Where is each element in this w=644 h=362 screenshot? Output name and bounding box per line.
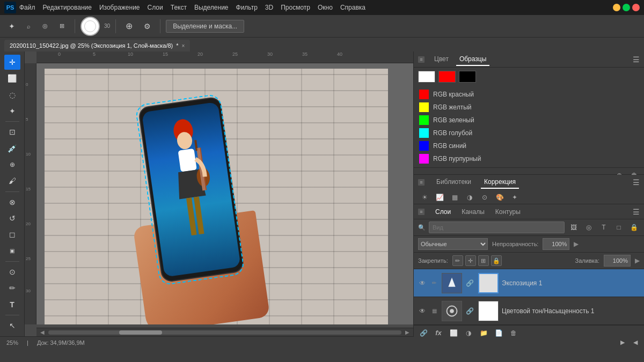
menu-help[interactable]: Справка [340,4,365,11]
swatch-red[interactable] [438,71,456,83]
panel-mid-collapse[interactable]: ≡ [418,179,425,186]
lock-all-btn[interactable]: 🔒 [491,255,502,266]
move-tool-btn[interactable]: ✦ [4,19,19,34]
layer-type-icon[interactable]: T [598,221,610,233]
move-tool[interactable]: ✛ [4,55,20,70]
layer-image-icon[interactable]: 🖼 [568,221,580,233]
scroll-thumb-h[interactable] [119,330,162,335]
tab-swatches[interactable]: Образцы [456,53,489,66]
eyedropper-tool[interactable]: 💉 [4,141,20,156]
history-brush[interactable]: ↺ [4,211,20,226]
scroll-right-arrow[interactable]: ▶ [404,329,411,336]
fx-icon[interactable]: fx [433,328,444,338]
layer-lock-icon[interactable]: 🔒 [628,221,640,233]
menu-layers[interactable]: Слои [148,4,163,11]
layer-search-input[interactable] [429,221,565,233]
heal-tool[interactable]: ⊕ [4,157,20,172]
tab-channels[interactable]: Каналы [459,206,487,218]
clone-tool[interactable]: ⊗ [4,195,20,210]
crop-tool-btn[interactable]: ⊞ [54,19,69,34]
lasso-tool[interactable]: ◌ [4,87,20,102]
pen-tool[interactable]: ✏ [4,280,20,295]
blend-mode-select[interactable]: Обычные [418,238,488,250]
link-layers-icon[interactable]: 🔗 [418,328,429,338]
lock-artboard-btn[interactable]: ⊞ [478,255,489,266]
panel-collapse-icon[interactable]: ≡ [418,56,425,63]
lasso-tool-btn[interactable]: ⌕ [21,19,36,34]
minimize-button[interactable]: ─ [613,4,620,11]
marquee-tool[interactable]: ⬜ [4,71,20,86]
maximize-button[interactable]: □ [623,4,630,11]
brightness-icon[interactable]: ☀ [419,192,430,203]
eraser-tool[interactable]: ◻ [4,227,20,242]
adjustment-layer-icon[interactable]: ◑ [463,328,474,338]
selection-mask-button[interactable]: Выделение и маска... [166,20,244,33]
scrollbar-horizontal[interactable]: ◀ ▶ [36,328,413,336]
color-item-green[interactable]: RGB зеленый [414,114,644,127]
dodge-tool[interactable]: ⊙ [4,264,20,279]
photo-filter-icon[interactable]: 🎨 [494,192,505,203]
tab-correction[interactable]: Коррекция [481,176,519,189]
color-item-red[interactable]: RGB красный [414,88,644,101]
color-item-cyan[interactable]: RGB голубой [414,127,644,139]
exposure-icon[interactable]: ✦ [509,192,520,203]
menu-file[interactable]: Файл [19,4,35,11]
menu-select[interactable]: Выделение [194,4,229,11]
layers-panel-collapse[interactable]: ≡ [418,209,425,215]
crop-tool[interactable]: ⊡ [4,124,20,139]
gear-btn[interactable]: ⚙ [140,19,155,34]
brush-settings-btn[interactable]: ⊕ [121,19,136,34]
color-item-yellow[interactable]: RGB желтый [414,101,644,114]
close-button[interactable]: ✕ [632,4,640,11]
tab-close-button[interactable]: × [182,43,185,49]
document-canvas[interactable] [45,69,388,324]
selection-pointer[interactable]: ↖ [4,318,20,333]
tab-libraries[interactable]: Библиотеки [433,176,474,189]
menu-view[interactable]: Просмотр [281,4,310,11]
layer-item-huesat[interactable]: 👁 ▦ 🔗 Цветовой тон/Насыщенность 1 [414,297,644,325]
lock-pixels-btn[interactable]: ✏ [452,255,463,266]
brush-tool[interactable]: 🖌 [4,173,20,188]
add-group-icon[interactable]: 📁 [478,328,489,338]
curves-icon[interactable]: 📈 [434,192,445,203]
color-balance-icon[interactable]: ⊙ [479,192,490,203]
add-mask-icon[interactable]: ⬜ [448,328,459,338]
panel-menu-button[interactable]: ☰ [633,55,640,64]
menu-3d[interactable]: 3D [265,4,273,11]
layer-item-exposure[interactable]: 👁 ✏ 🔗 Экспозиция 1 [414,269,644,297]
menu-edit[interactable]: Редактирование [43,4,92,11]
layer-shape-icon[interactable]: □ [613,221,625,233]
menu-image[interactable]: Изображение [99,4,140,11]
layer-eye-exposure[interactable]: 👁 [418,279,427,287]
layer-eye-huesat[interactable]: 👁 [418,307,427,315]
type-tool[interactable]: T [4,297,20,312]
scroll-left-arrow[interactable]: ◀ [39,329,46,336]
gradient-tool[interactable]: ▣ [4,243,20,258]
quick-select-btn[interactable]: ◎ [38,19,53,34]
menu-text[interactable]: Текст [171,4,187,11]
scroll-track-h[interactable] [48,330,401,335]
tab-layers[interactable]: Слои [433,206,453,218]
correction-panel-menu[interactable]: ☰ [633,178,640,187]
document-tab[interactable]: 20200110_150422.jpg @ 25% (Экспозиция 1,… [4,40,190,51]
swatch-white[interactable] [418,71,435,83]
delete-layer-icon[interactable]: 🗑 [508,328,519,338]
swatch-black[interactable] [459,71,476,83]
levels-icon[interactable]: ▦ [449,192,460,203]
layers-panel-menu[interactable]: ☰ [633,208,640,216]
new-layer-icon[interactable]: 📄 [493,328,504,338]
fill-chevron[interactable]: ▶ [635,257,640,264]
opacity-chevron[interactable]: ▶ [574,240,579,248]
opacity-value[interactable]: 100% [543,238,569,250]
menu-window[interactable]: Окно [318,4,333,11]
magic-wand-tool[interactable]: ✦ [4,104,20,119]
hue-sat-icon[interactable]: ◑ [464,192,475,203]
lock-position-btn[interactable]: ✛ [465,255,476,266]
tab-paths[interactable]: Контуры [493,206,523,218]
menu-filter[interactable]: Фильтр [236,4,258,11]
color-item-blue[interactable]: RGB синий [414,139,644,152]
tab-color[interactable]: Цвет [431,53,452,66]
layer-adjustment-icon[interactable]: ◎ [583,221,595,233]
fill-value[interactable]: 100% [604,255,631,267]
color-item-magenta[interactable]: RGB пурпурный [414,152,644,165]
